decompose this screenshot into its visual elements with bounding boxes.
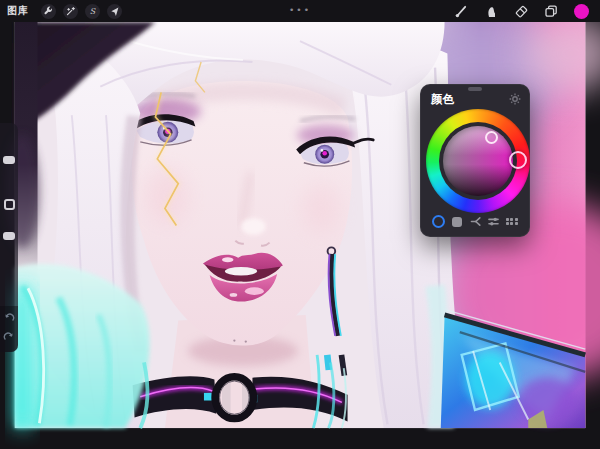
color-mode-tabs — [421, 214, 529, 229]
tab-classic[interactable] — [449, 214, 464, 229]
svg-text:S: S — [89, 7, 95, 16]
modify-button[interactable] — [4, 199, 15, 210]
color-settings-gear-icon[interactable] — [509, 93, 521, 105]
undo-icon[interactable] — [3, 312, 15, 324]
actions-button[interactable] — [37, 0, 59, 22]
gallery-button[interactable]: 图库 — [7, 4, 29, 18]
selection-button[interactable]: S — [81, 0, 103, 22]
selection-s-icon: S — [85, 4, 100, 19]
eraser-icon — [514, 4, 528, 18]
actions-wrench-icon — [41, 4, 56, 19]
eraser-button[interactable] — [508, 0, 534, 22]
palettes-tab-icon — [506, 218, 518, 226]
harmony-tab-icon — [469, 215, 482, 228]
transform-button[interactable] — [103, 0, 125, 22]
tab-disc[interactable] — [431, 214, 446, 229]
brush-size-slider[interactable] — [3, 156, 15, 164]
redo-icon[interactable] — [3, 331, 15, 343]
adjustments-button[interactable] — [59, 0, 81, 22]
value-tab-icon — [487, 215, 500, 228]
layers-icon — [544, 4, 558, 18]
procreate-window: 图库 S ••• — [0, 0, 600, 449]
color-button[interactable] — [568, 0, 594, 22]
hue-ring-hole — [439, 122, 517, 200]
tab-value[interactable] — [486, 214, 501, 229]
saturation-cursor[interactable] — [485, 131, 498, 144]
hue-ring[interactable] — [426, 109, 530, 213]
disc-tab-icon — [432, 215, 445, 228]
color-panel-title: 颜色 — [431, 92, 454, 107]
tab-palettes[interactable] — [504, 214, 519, 229]
saturation-disc[interactable] — [443, 126, 513, 196]
color-panel: 颜色 — [420, 84, 530, 237]
toolbar-overflow-dots: ••• — [289, 0, 311, 22]
selected-color-swatch — [574, 4, 589, 19]
tool-sidebar — [0, 123, 18, 352]
top-toolbar: 图库 S ••• — [0, 0, 600, 22]
brush-icon — [454, 4, 468, 18]
smudge-button[interactable] — [478, 0, 504, 22]
undo-redo-section — [0, 306, 18, 352]
brush-button[interactable] — [448, 0, 474, 22]
classic-tab-icon — [452, 217, 462, 227]
panel-drag-handle[interactable] — [468, 87, 482, 91]
layers-button[interactable] — [538, 0, 564, 22]
hue-cursor[interactable] — [509, 151, 527, 169]
transform-arrow-icon — [107, 4, 122, 19]
adjustments-wand-icon — [63, 4, 78, 19]
tab-harmony[interactable] — [468, 214, 483, 229]
opacity-slider[interactable] — [3, 232, 15, 240]
smudge-icon — [484, 4, 498, 18]
